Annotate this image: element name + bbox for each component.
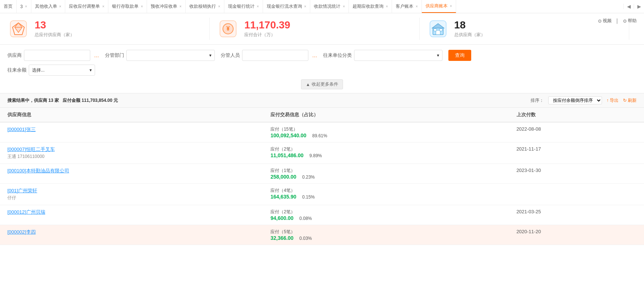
stat-number-1: 13	[35, 20, 74, 30]
stat-number-2: 11,170.39	[244, 20, 290, 30]
tx-percent: 0.15%	[302, 194, 315, 200]
close-icon[interactable]: ×	[59, 4, 62, 8]
nav-overdue-ar[interactable]: 超期应收款查询 ×	[349, 0, 392, 13]
nav-prev-button[interactable]: ◀	[623, 4, 634, 9]
nav-next-button[interactable]: ▶	[634, 4, 644, 9]
nav-ar-ap-adjust[interactable]: 应收应付调整单 ×	[65, 0, 108, 13]
collapse-label: 收起更多条件	[312, 81, 338, 87]
help-button[interactable]: ⊙ 帮助	[623, 18, 637, 24]
supplier-cell: [000002]李四	[0, 225, 263, 245]
supplier-dots[interactable]: …	[94, 52, 99, 58]
dept-label: 分管部门	[105, 52, 124, 59]
nav-tab3[interactable]: 3 ×	[17, 0, 31, 13]
supplier-cell: [000001]张三	[0, 122, 263, 142]
diamond-icon	[7, 18, 29, 40]
nav-collection-stat[interactable]: 收款情况统计 ×	[310, 0, 349, 13]
tx-amount-value: 94,600.00	[270, 215, 293, 221]
sort-select[interactable]: 按应付余额倒序排序	[548, 96, 602, 104]
separator: │	[616, 18, 619, 24]
supplier-link[interactable]: [000002]李四	[7, 229, 36, 235]
nav-cash-bank-stat[interactable]: 现金银行统计 ×	[224, 0, 263, 13]
tx-amount-value: 258,000.00	[270, 174, 296, 180]
table-row: [000001]张三应付（15笔）100,092,540.0089.61%202…	[0, 122, 644, 142]
stat-info-1: 13 总应付供应商（家）	[35, 20, 74, 38]
nav-customer-book[interactable]: 客户账本 ×	[392, 0, 422, 13]
balance-select[interactable]: 选择... ▾	[29, 65, 95, 76]
nav-cash-bank-flow[interactable]: 现金银行流水查询 ×	[263, 0, 311, 13]
chevron-down-icon: ▾	[209, 53, 211, 58]
next-icon: ▶	[637, 4, 641, 9]
stat-label-3: 总供应商（家）	[454, 32, 485, 38]
nav-receive-verify[interactable]: 收款核销执行 ×	[186, 0, 224, 13]
filter-row-1: 供应商 … 分管部门 ▾ 分管人员 … 往来单位分类 ▾ 查询	[7, 50, 637, 61]
col-supplier-info: 供应商信息	[0, 108, 263, 122]
export-label: 导出	[610, 97, 619, 104]
nav-prepay-ar[interactable]: 预收冲应收单 ×	[147, 0, 186, 13]
tx-amount-value: 100,092,540.00	[270, 132, 306, 138]
nav-bank-deposit[interactable]: 银行存取款单 ×	[108, 0, 147, 13]
last-pay-cell: 2023-01-30	[509, 164, 644, 184]
stat-card-amount: ¥ 11,170.39 应付合计（万）	[217, 18, 419, 40]
nav-collection-stat-label: 收款情况统计	[314, 3, 340, 10]
supplier-link[interactable]: [001]广州荣轩	[7, 188, 37, 193]
close-icon[interactable]: ×	[257, 4, 259, 8]
nav-other-income[interactable]: 其他收入单 ×	[31, 0, 66, 13]
stat-card-suppliers: 13 总应付供应商（家）	[7, 18, 210, 40]
close-icon[interactable]: ×	[25, 4, 27, 8]
nav-bank-deposit-label: 银行存取款单	[112, 3, 139, 10]
supplier-sub: 王通 17106110000	[7, 154, 256, 160]
last-pay-cell	[509, 184, 644, 205]
close-icon[interactable]: ×	[218, 4, 220, 8]
stat-info-3: 18 总供应商（家）	[454, 20, 485, 38]
supplier-link[interactable]: [000001]张三	[7, 127, 36, 132]
nav-supplier-book[interactable]: 供应商账本 ×	[422, 0, 456, 13]
nav-arrows: ◀ ▶	[623, 4, 644, 9]
close-icon[interactable]: ×	[304, 4, 307, 8]
supplier-link[interactable]: [000012]广州贝瑞	[7, 209, 45, 215]
nav-prepay-ar-label: 预收冲应收单	[151, 3, 177, 10]
close-icon[interactable]: ×	[179, 4, 182, 8]
transaction-cell: 应付（2笔）11,051,486.009.89%	[263, 142, 509, 164]
stat-header: 13 总应付供应商（家） ¥ 11,170.39 应付合计（万）	[0, 13, 644, 45]
tx-amount: 11,051,486.009.89%	[270, 152, 501, 158]
video-button[interactable]: ⊙ 视频	[598, 18, 612, 24]
supplier-cell: [000007]恒旺二手叉车王通 17106110000	[0, 142, 263, 164]
category-label: 往来单位分类	[323, 52, 352, 59]
svg-rect-12	[440, 29, 442, 31]
nav-home[interactable]: 首页	[0, 0, 17, 13]
close-icon[interactable]: ×	[102, 4, 104, 8]
category-select[interactable]: ▾	[354, 50, 442, 61]
person-dots[interactable]: …	[312, 52, 317, 58]
close-icon[interactable]: ×	[416, 4, 418, 8]
result-text3: 应付金额	[63, 98, 80, 103]
close-icon[interactable]: ×	[386, 4, 388, 8]
tx-amount: 100,092,540.0089.61%	[270, 132, 501, 138]
tx-amount-value: 164,635.90	[270, 194, 296, 200]
dept-select[interactable]: ▾	[126, 50, 215, 61]
coin-icon: ¥	[217, 18, 239, 40]
refresh-button[interactable]: ↻ 刷新	[623, 97, 637, 104]
nav-ar-ap-label: 应收应付调整单	[69, 3, 100, 10]
transaction-cell: 应付（2笔）94,600.000.08%	[263, 205, 509, 225]
tx-label: 应付（2笔）	[270, 146, 501, 152]
close-icon[interactable]: ×	[141, 4, 143, 8]
person-input[interactable]	[242, 50, 308, 61]
collapse-button[interactable]: ▲ 收起更多条件	[301, 79, 343, 89]
query-button[interactable]: 查询	[448, 50, 471, 61]
col-last-pay: 上次付数	[509, 108, 644, 122]
tx-percent: 9.89%	[309, 153, 322, 158]
close-icon[interactable]: ×	[450, 4, 452, 8]
table-row: [001]广州荣轩仔仔应付（4笔）164,635.900.15%	[0, 184, 644, 205]
supplier-input[interactable]	[24, 50, 90, 61]
export-button[interactable]: ↑ 导出	[606, 97, 619, 104]
svg-rect-11	[434, 29, 437, 31]
supplier-sub: 仔仔	[7, 195, 256, 201]
tx-amount: 164,635.900.15%	[270, 194, 501, 200]
tx-label: 应付（15笔）	[270, 126, 501, 132]
filter-row-2: 往来余额 选择... ▾	[7, 65, 637, 76]
close-icon[interactable]: ×	[343, 4, 345, 8]
supplier-link[interactable]: [000007]恒旺二手叉车	[7, 146, 55, 152]
help-icon: ⊙	[623, 18, 627, 24]
scroll-area[interactable]: 供应商信息 应付交易信息（占比） 上次付数 [000001]张三应付（15笔）1…	[0, 108, 644, 293]
supplier-link[interactable]: [000100]本特勤油品有限公司	[7, 168, 69, 173]
